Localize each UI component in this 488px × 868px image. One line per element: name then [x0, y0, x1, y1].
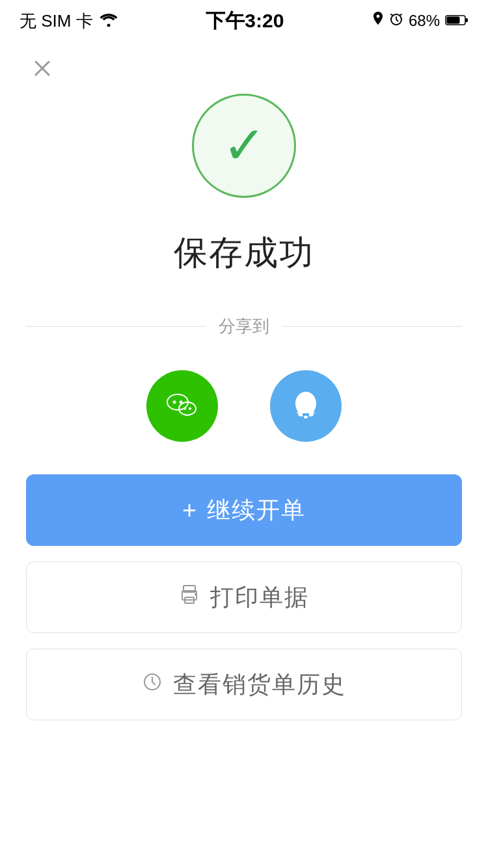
status-time: 下午3:20	[206, 8, 284, 34]
divider-left	[26, 326, 206, 327]
action-buttons: + 继续开单 打印单据 查看销货单历史	[0, 474, 488, 720]
printer-icon	[179, 584, 200, 610]
svg-point-11	[189, 407, 191, 410]
continue-order-label: 继续开单	[207, 495, 306, 526]
divider-right	[282, 326, 462, 327]
view-history-button[interactable]: 查看销货单历史	[26, 649, 462, 720]
battery-text: 68%	[409, 12, 440, 30]
svg-point-7	[173, 401, 176, 404]
main-content: ✓ 保存成功 分享到	[0, 42, 488, 720]
status-left: 无 SIM 卡	[20, 10, 118, 33]
svg-rect-15	[304, 416, 308, 418]
checkmark-icon: ✓	[223, 120, 266, 172]
share-icons-row	[0, 370, 488, 442]
history-icon	[142, 671, 163, 698]
close-button[interactable]	[26, 52, 59, 85]
print-label: 打印单据	[210, 582, 309, 614]
alarm-icon	[389, 12, 403, 30]
share-divider: 分享到	[0, 315, 488, 338]
success-title: 保存成功	[174, 230, 314, 276]
svg-point-10	[183, 407, 186, 410]
svg-rect-14	[303, 413, 309, 416]
svg-rect-19	[195, 593, 197, 595]
plus-icon: +	[182, 496, 197, 524]
status-bar: 无 SIM 卡 下午3:20 68%	[0, 0, 488, 42]
continue-order-button[interactable]: + 继续开单	[26, 474, 462, 546]
svg-rect-2	[465, 18, 468, 22]
success-icon-circle: ✓	[192, 94, 296, 198]
location-icon	[372, 12, 384, 30]
share-label: 分享到	[206, 315, 282, 338]
view-history-label: 查看销货单历史	[173, 669, 346, 701]
no-sim-text: 无 SIM 卡	[20, 10, 93, 33]
share-qq-button[interactable]	[270, 370, 342, 442]
print-button[interactable]: 打印单据	[26, 562, 462, 633]
status-right: 68%	[372, 12, 468, 30]
svg-rect-3	[446, 17, 459, 24]
wifi-icon	[100, 11, 118, 31]
share-section: 分享到	[0, 315, 488, 442]
battery-icon	[445, 12, 468, 30]
share-wechat-button[interactable]	[146, 370, 218, 442]
